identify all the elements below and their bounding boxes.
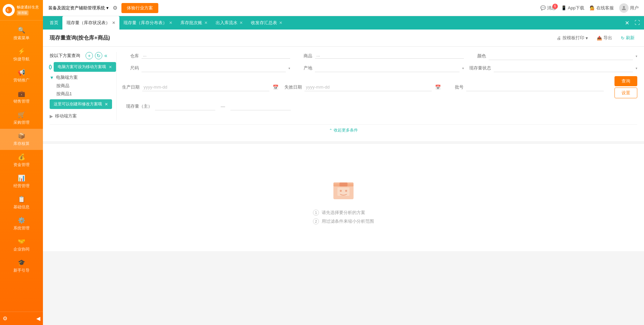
color-input[interactable] (489, 52, 633, 60)
sidebar-item-marketing[interactable]: 📢 营销推广 (0, 65, 43, 87)
tab-summary[interactable]: 收发存汇总表 ✕ (247, 16, 286, 30)
origin-input[interactable] (315, 64, 459, 72)
scheme-desktop[interactable]: ▼ 电脑端方案 (50, 73, 114, 82)
print-icon: 🖨 (557, 36, 561, 41)
tab-batch-label: 库存批次账 (180, 20, 202, 26)
stock-main-to-input[interactable] (230, 102, 291, 110)
filter-top-row: 按以下方案查询 + ↻ « 电脑方案可设为移动方案哦 (50, 52, 637, 120)
stock-status-dropdown-icon[interactable]: ▾ (636, 66, 637, 70)
sidebar-collapse-icon[interactable]: ◀ (36, 315, 40, 322)
goods-input-wrap: ··· (315, 53, 464, 59)
color-dropdown-icon[interactable]: ▾ (636, 54, 637, 58)
sidebar-item-management[interactable]: 📊 经营管理 (0, 171, 43, 192)
warehouse-dots[interactable]: ··· (142, 53, 148, 58)
svg-point-0 (5, 7, 12, 13)
color-label: 颜色 (469, 53, 486, 59)
scheme-child-1[interactable]: 按商品 (56, 82, 114, 90)
trial-button[interactable]: 体验行业方案 (121, 3, 158, 13)
notification-item[interactable]: 💬 6 6 消息 (540, 5, 556, 11)
scheme-mobile-label: 移动端方案 (55, 113, 77, 119)
refresh-button[interactable]: ↻ 刷新 (618, 34, 637, 42)
basic-nav-icon: 📋 (18, 196, 25, 203)
export-button[interactable]: 📤 导出 (594, 34, 615, 42)
refresh-scheme-button[interactable]: ↻ (95, 52, 102, 59)
filter-label: 按以下方案查询 (50, 53, 80, 59)
marketing-nav-icon: 📢 (18, 69, 25, 76)
field-batch: 批号 (447, 83, 604, 91)
setting-button[interactable]: 设置 (614, 88, 637, 98)
production-date-input[interactable] (142, 83, 269, 91)
size-dropdown-icon[interactable]: ▾ (288, 66, 290, 70)
sidebar-item-finance[interactable]: 💰 资金管理 (0, 150, 43, 171)
field-warehouse: 仓库 ··· (122, 52, 290, 60)
expiry-date-calendar-icon[interactable]: 📅 (434, 84, 441, 91)
edit-tooltip-close[interactable]: ✕ (105, 102, 108, 107)
header-left: 装备及固定资产辅助管理系统 ▾ ⚙ 体验行业方案 (48, 3, 158, 13)
scheme-mobile[interactable]: ▶ 移动端方案 (50, 112, 114, 120)
support-icon: 💁 (590, 5, 595, 10)
query-button[interactable]: 查询 (614, 76, 637, 86)
tabs-expand-icon[interactable]: ⛶ (633, 18, 641, 27)
range-separator: — (218, 104, 228, 109)
search-nav-icon: 🔍 (18, 26, 25, 34)
logo-badge: 标准版 (17, 10, 29, 15)
tab-home[interactable]: 首页 (46, 16, 62, 30)
tab-inout-close[interactable]: ✕ (239, 20, 243, 25)
field-color: 颜色 ▾ (469, 52, 637, 60)
tab-summary-close[interactable]: ✕ (279, 20, 282, 25)
sidebar-settings-icon[interactable]: ⚙ (3, 315, 7, 322)
back-scheme-icon[interactable]: « (104, 53, 107, 59)
tab-inout[interactable]: 出入库流水 ✕ (212, 16, 247, 30)
sidebar-item-sales[interactable]: 💼 销售管理 (0, 87, 43, 108)
sidebar-item-system[interactable]: ⚙️ 系统管理 (0, 213, 43, 234)
origin-dropdown-icon[interactable]: ▾ (462, 66, 464, 70)
size-input[interactable] (142, 64, 286, 72)
filter-section: 按以下方案查询 + ↻ « 电脑方案可设为移动方案哦 (43, 47, 644, 141)
tab-stock-dist-close[interactable]: ✕ (169, 20, 172, 25)
scheme-mobile-arrow: ▶ (50, 114, 53, 119)
scheme-child-2[interactable]: 按商品1 (56, 90, 114, 98)
stock-main-from-input[interactable] (155, 102, 215, 110)
sidebar-item-basic[interactable]: 📋 基础信息 (0, 192, 43, 213)
stock-status-input[interactable] (494, 64, 633, 72)
add-scheme-button[interactable]: + (86, 52, 93, 59)
sidebar-item-label: 新手引导 (13, 268, 30, 273)
sidebar-item-guide[interactable]: 🎓 新手引导 (0, 256, 43, 277)
page-actions: 🖨 按模板打印 ▾ 📤 导出 ↻ 刷新 (554, 34, 637, 42)
sidebar-item-enterprise[interactable]: 🤝 企业协同 (0, 234, 43, 256)
settings-icon[interactable]: ⚙ (113, 5, 117, 11)
production-date-calendar-icon[interactable]: 📅 (272, 84, 279, 91)
system-title-dropdown[interactable]: 装备及固定资产辅助管理系统 ▾ (48, 5, 109, 11)
filter-row-2: 尺码 ▾ 产地 ▾ (122, 64, 637, 72)
empty-tip-2: 2 用过滤条件来缩小分析范围 (313, 218, 374, 224)
logo-text: 畅捷通好生意 (17, 5, 39, 9)
tab-stock-status-close[interactable]: ✕ (112, 20, 115, 25)
sidebar-item-search[interactable]: 🔍 搜索菜单 (0, 23, 43, 44)
header-right: 💬 6 6 消息 📱 App下载 💁 在线客服 用户 (540, 3, 639, 13)
collapse-bar[interactable]: ⌃ 收起更多条件 (50, 124, 637, 136)
scheme-tooltip-close[interactable]: ✕ (109, 65, 112, 69)
tab-stock-status[interactable]: 现存量（库存状况表） ✕ (62, 16, 119, 30)
connector-dot-1 (50, 65, 51, 69)
print-button[interactable]: 🖨 按模板打印 ▾ (554, 34, 591, 42)
field-origin: 产地 ▾ (296, 64, 464, 72)
expiry-date-input[interactable] (305, 83, 432, 91)
stock-main-label: 现存量（主） (122, 103, 152, 109)
sidebar-item-inventory[interactable]: 📦 库存核算 (0, 129, 43, 150)
sidebar-item-purchase[interactable]: 🛒 采购管理 (0, 108, 43, 129)
enterprise-nav-icon: 🤝 (18, 238, 25, 245)
tab-batch[interactable]: 库存批次账 ✕ (176, 16, 212, 30)
tab-batch-close[interactable]: ✕ (204, 20, 208, 25)
user-item[interactable]: 用户 (619, 3, 639, 13)
sidebar-item-label: 营销推广 (13, 77, 30, 83)
goods-dots[interactable]: ··· (315, 53, 321, 58)
tip-num-2: 2 (313, 218, 319, 224)
online-support-item[interactable]: 💁 在线客服 (590, 5, 614, 11)
scheme-child-2-label: 按商品1 (56, 91, 72, 97)
management-nav-icon: 📊 (18, 174, 25, 182)
app-download-item[interactable]: 📱 App下载 (561, 5, 584, 11)
sidebar-item-quick[interactable]: ⚡ 快捷导航 (0, 44, 43, 65)
batch-input[interactable] (466, 83, 604, 91)
tabs-close-all-icon[interactable]: ✕ (624, 18, 631, 28)
tab-stock-dist[interactable]: 现存量（库存分布表） ✕ (119, 16, 176, 30)
